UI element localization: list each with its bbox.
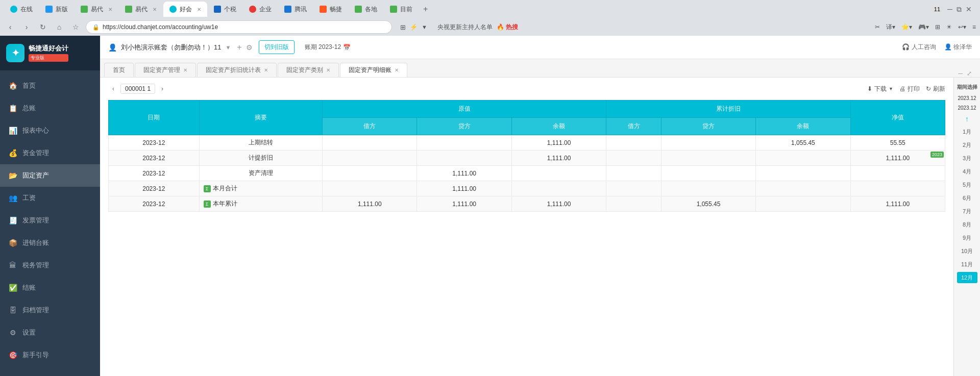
cell-orig-credit: 1,111.00 (417, 196, 511, 212)
sidebar-item-reports-label: 报表中心 (22, 126, 49, 135)
period-item-9[interactable]: 9月 (957, 232, 977, 243)
sidebar-item-reports[interactable]: 📊 报表中心 (0, 119, 100, 142)
closing-icon: ✅ (8, 283, 17, 292)
new-tab-button[interactable]: + (419, 5, 432, 14)
browser-tab-tengxun[interactable]: 腾讯 (278, 2, 313, 17)
add-button[interactable]: + (237, 43, 241, 52)
close-tab-fixed-mgmt[interactable]: ✕ (183, 67, 187, 73)
scissors-icon[interactable]: ✂ (875, 23, 880, 31)
refresh-button[interactable]: ↻ 刷新 (926, 85, 945, 93)
browser-tab-geshui[interactable]: 个税 (208, 2, 242, 17)
browser-tab-new[interactable]: 新版 (39, 2, 74, 17)
sidebar-item-settings[interactable]: ⚙ 设置 (0, 321, 100, 344)
browser-tab-muqian[interactable]: 目前 (384, 2, 419, 17)
home-button[interactable]: ⌂ (53, 21, 65, 33)
period-item-2[interactable]: 2月 (957, 139, 977, 151)
browser-tab-yidai2[interactable]: 易代 ✕ (119, 2, 163, 17)
cell-summary: 上期结转 (199, 135, 322, 151)
close-icon[interactable]: ✕ (197, 7, 201, 12)
star-icon[interactable]: ⭐▾ (901, 23, 912, 31)
settings-gear-icon[interactable]: ⚙ (246, 43, 253, 52)
browser-tab-changjie[interactable]: 畅捷 (313, 2, 348, 17)
maximize-panel-icon[interactable]: ⤢ (967, 70, 972, 77)
close-tab-category[interactable]: ✕ (326, 67, 330, 73)
user-button[interactable]: 👤 徐泽华 (944, 43, 972, 52)
undo-icon[interactable]: ↩▾ (958, 23, 966, 31)
period-up-button[interactable]: ↑ (957, 114, 977, 124)
tab-depreciation-stat[interactable]: 固定资产折旧统计表 ✕ (197, 63, 277, 77)
sidebar-item-general[interactable]: 📋 总账 (0, 97, 100, 119)
cell-accum-balance (756, 151, 850, 166)
period-item-3[interactable]: 3月 (957, 153, 977, 164)
period-selected-label: 2023.12 (957, 104, 977, 112)
tab-home[interactable]: 首页 (104, 63, 134, 77)
tab-fixed-detail[interactable]: 固定资产明细账 ✕ (340, 63, 407, 77)
dropdown-arrow[interactable]: ▼ (225, 44, 231, 51)
cell-summary: 资产清理 (199, 166, 322, 181)
address-bar: ‹ › ↻ ⌂ ☆ 🔒 https://cloud.chanjet.com/ac… (0, 18, 980, 36)
table-row: 2023-12 Σ 本月合计 1,111.00 (109, 181, 945, 196)
bookmark-button[interactable]: ☆ (69, 21, 82, 33)
dropdown-icon[interactable]: ▼ (422, 24, 427, 30)
sidebar-item-tax[interactable]: 🏛 税务管理 (0, 254, 100, 277)
period-item-8[interactable]: 8月 (957, 219, 977, 230)
calendar-icon[interactable]: 📅 (343, 44, 351, 51)
period-item-1[interactable]: 1月 (957, 126, 977, 137)
period-item-10[interactable]: 10月 (957, 245, 977, 257)
browser-tab-online[interactable]: 在线 (4, 2, 39, 17)
sidebar-item-inventory[interactable]: 📦 进销台账 (0, 232, 100, 254)
page-number[interactable]: 000001 1 (120, 84, 155, 94)
sun-icon[interactable]: ☀ (946, 23, 952, 31)
print-button[interactable]: 🖨 打印 (899, 85, 920, 93)
minimize-panel-icon[interactable]: ─ (958, 70, 963, 77)
sidebar-item-closing[interactable]: ✅ 结账 (0, 277, 100, 299)
period-item-7[interactable]: 7月 (957, 206, 977, 217)
sidebar-item-payroll-label: 工资 (22, 193, 36, 203)
sidebar-nav: 🏠 首页 📋 总账 📊 报表中心 💰 资金管理 📂 固定资产 👥 工资 (0, 70, 100, 376)
switch-version-button[interactable]: 切到旧版 (259, 40, 295, 54)
sidebar-item-invoice[interactable]: 🧾 发票管理 (0, 209, 100, 232)
restore-icon[interactable]: ⧉ (957, 5, 962, 14)
close-tab-detail[interactable]: ✕ (395, 67, 399, 73)
prev-page-button[interactable]: ‹ (108, 84, 118, 94)
close-tab-depreciation[interactable]: ✕ (264, 67, 268, 73)
cell-orig-balance: 1,111.00 (511, 151, 606, 166)
minimize-icon[interactable]: ─ (947, 5, 952, 13)
sidebar-item-payroll[interactable]: 👥 工资 (0, 187, 100, 209)
sidebar-item-archive[interactable]: 🗄 归档管理 (0, 299, 100, 321)
grid-icon[interactable]: ⊞ (935, 23, 940, 31)
period-item-5[interactable]: 5月 (957, 179, 977, 190)
sidebar-item-capital[interactable]: 💰 资金管理 (0, 142, 100, 164)
sidebar-item-guide[interactable]: 🎯 新手引导 (0, 344, 100, 366)
th-accum-credit: 贷方 (661, 118, 755, 135)
url-text: https://cloud.chanjet.com/accounting/uw1… (103, 23, 218, 31)
close-icon[interactable]: ✕ (108, 7, 112, 12)
next-page-button[interactable]: › (157, 84, 167, 94)
sidebar-item-closing-label: 结账 (22, 283, 36, 292)
address-input[interactable]: 🔒 https://cloud.chanjet.com/accounting/u… (86, 20, 392, 34)
support-button[interactable]: 🎧 人工咨询 (902, 43, 936, 52)
period-item-4[interactable]: 4月 (957, 166, 977, 177)
period-item-11[interactable]: 11月 (957, 259, 977, 270)
download-button[interactable]: ⬇ 下载 ▼ (867, 85, 893, 93)
close-window-icon[interactable]: ✕ (966, 5, 972, 13)
translate-icon[interactable]: 译▾ (886, 23, 895, 32)
sidebar-item-home[interactable]: 🏠 首页 (0, 74, 100, 97)
invoice-icon: 🧾 (8, 216, 17, 225)
browser-tab-gedi[interactable]: 各地 (349, 2, 383, 17)
tab-fixed-mgmt[interactable]: 固定资产管理 ✕ (135, 63, 196, 77)
back-button[interactable]: ‹ (4, 21, 16, 33)
tab-fixed-category[interactable]: 固定资产类别 ✕ (278, 63, 339, 77)
game-icon[interactable]: 🎮▾ (918, 23, 929, 31)
browser-tab-yidai1[interactable]: 易代 ✕ (75, 2, 118, 17)
close-icon[interactable]: ✕ (153, 7, 157, 12)
forward-button[interactable]: › (20, 21, 33, 33)
cell-accum-debit (606, 166, 662, 181)
browser-tab-haohui[interactable]: 好会 ✕ (163, 2, 207, 17)
browser-tab-qiye[interactable]: 企业 (243, 2, 278, 17)
menu-icon[interactable]: ≡ (972, 23, 976, 31)
period-item-6[interactable]: 6月 (957, 192, 977, 204)
period-item-12[interactable]: 12月 (957, 272, 977, 283)
reload-button[interactable]: ↻ (37, 21, 49, 33)
sidebar-item-fixed[interactable]: 📂 固定资产 (0, 164, 100, 187)
